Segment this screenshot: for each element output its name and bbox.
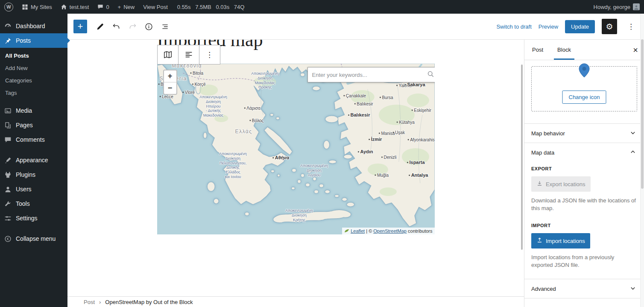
tools-icon (3, 199, 12, 208)
panel-map-data: Map data EXPORT Export locations Downloa… (524, 143, 644, 279)
collapse-icon (3, 234, 12, 243)
leaflet-map[interactable]: ΜακεδονίαBitolaShqipëriaKorçëBrindisiLec… (157, 64, 435, 234)
leaflet-logo-icon (344, 228, 349, 234)
appearance-icon (3, 156, 12, 164)
my-account-menu[interactable]: Howdy, george (589, 0, 644, 14)
plugins-icon (3, 170, 12, 179)
media-icon (3, 106, 12, 115)
comments-bubble-icon (97, 4, 103, 10)
map-tiles (157, 64, 435, 234)
chevron-down-icon (629, 284, 637, 294)
users-icon (3, 185, 12, 193)
wordpress-menu[interactable]: W (0, 0, 18, 14)
sidebar-item-plugins[interactable]: Plugins (0, 167, 67, 182)
leaflet-link[interactable]: Leaflet (351, 228, 365, 234)
sidebar-item-tools[interactable]: Tools (0, 196, 67, 211)
submenu-item-tags[interactable]: Tags (0, 87, 67, 99)
dashboard-icon (3, 22, 12, 30)
map-search-box (307, 67, 435, 82)
export-section-label: EXPORT (531, 166, 637, 171)
tab-post[interactable]: Post (524, 40, 551, 60)
download-icon (536, 180, 543, 188)
preview-link[interactable]: Preview (539, 23, 558, 30)
plus-icon: + (118, 4, 121, 10)
sidebar-item-appearance[interactable]: Appearance (0, 153, 67, 167)
query-monitor-stats[interactable]: 0.55s 7.5MB 0.03s 74Q (172, 0, 250, 14)
panel-map-behavior[interactable]: Map behavior (524, 124, 644, 143)
submenu-item-add-new[interactable]: Add New (0, 62, 67, 74)
canvas-scrollbar[interactable] (521, 64, 523, 250)
admin-bar: W My Sites test.test 0 + New View Post 0… (0, 0, 644, 14)
settings-tabs: Post Block × (524, 40, 644, 60)
upload-icon (536, 237, 543, 245)
chevron-down-icon (629, 129, 637, 138)
settings-icon (3, 214, 12, 222)
update-button[interactable]: Update (565, 20, 595, 33)
avatar (633, 3, 640, 10)
list-view-icon[interactable] (157, 19, 173, 34)
zoom-control: + − (163, 70, 177, 95)
openstreetmap-link[interactable]: OpenStreetMap (373, 228, 407, 234)
sidebar-item-posts[interactable]: Posts (0, 33, 67, 48)
redo-icon[interactable] (125, 19, 140, 34)
change-alignment-icon[interactable] (179, 45, 199, 64)
panel-advanced[interactable]: Advanced (524, 279, 644, 298)
posts-submenu: All PostsAdd NewCategoriesTags (0, 48, 67, 103)
tab-block[interactable]: Block (551, 40, 577, 60)
network-icon (22, 4, 28, 10)
wordpress-icon: W (4, 3, 13, 12)
marker-pin-icon (579, 63, 590, 79)
page-scrollbar-thumb[interactable] (641, 39, 644, 189)
edit-mode-pencil-icon[interactable] (92, 19, 108, 34)
close-icon[interactable]: × (633, 46, 638, 54)
sidebar-item-pages[interactable]: Pages (0, 118, 67, 132)
editor-canvas[interactable]: Imported map ⋮ (67, 40, 524, 296)
breadcrumb-post[interactable]: Post (84, 299, 95, 305)
import-help-text: Import locations from a previously expor… (531, 254, 637, 269)
breadcrumb-separator: › (99, 299, 101, 305)
import-locations-button[interactable]: Import locations (531, 233, 590, 249)
sidebar-item-settings[interactable]: Settings (0, 211, 67, 225)
view-post-link[interactable]: View Post (139, 0, 172, 14)
details-info-icon[interactable] (141, 19, 156, 34)
new-content-menu[interactable]: + New (114, 0, 139, 14)
search-icon[interactable] (427, 70, 434, 79)
marker-icon-panel: Change icon (524, 60, 644, 124)
sidebar-item-users[interactable]: Users (0, 182, 67, 196)
submenu-item-categories[interactable]: Categories (0, 74, 67, 87)
zoom-out-button[interactable]: − (164, 82, 176, 94)
editor-header: + Switch to draft Preview Update ⚙ ⋮ (67, 14, 644, 40)
block-options-kebab-icon[interactable]: ⋮ (199, 45, 220, 64)
pages-icon (3, 121, 12, 129)
undo-icon[interactable] (108, 19, 124, 34)
change-icon-button[interactable]: Change icon (562, 91, 606, 104)
block-type-map-icon[interactable] (158, 45, 179, 64)
my-sites-menu[interactable]: My Sites (18, 0, 56, 14)
options-kebab-icon[interactable]: ⋮ (624, 20, 638, 33)
map-block[interactable]: ⋮ (157, 64, 435, 234)
sidebar-item-media[interactable]: Media (0, 103, 67, 118)
export-locations-button[interactable]: Export locations (531, 176, 591, 192)
panel-map-data-header[interactable]: Map data (524, 143, 644, 162)
marker-icon-preview: Change icon (531, 66, 637, 111)
sidebar-item-dashboard[interactable]: Dashboard (0, 19, 67, 33)
home-icon (61, 4, 67, 10)
site-name-menu[interactable]: test.test (56, 0, 94, 14)
breadcrumb: Post › OpenStreetMap by Out of the Block (67, 296, 524, 307)
sidebar-item-collapse[interactable]: Collapse menu (0, 231, 67, 246)
comments-menu[interactable]: 0 (93, 0, 113, 14)
sidebar-item-comments[interactable]: Comments (0, 132, 67, 147)
admin-menu: DashboardPostsAll PostsAdd NewCategories… (0, 14, 67, 307)
breadcrumb-current-block[interactable]: OpenStreetMap by Out of the Block (105, 299, 193, 305)
import-section-label: IMPORT (531, 223, 637, 228)
block-inserter-button[interactable]: + (73, 20, 87, 33)
export-help-text: Download a JSON file with the locations … (531, 197, 637, 212)
submenu-item-all-posts[interactable]: All Posts (0, 50, 67, 62)
settings-gear-icon[interactable]: ⚙ (602, 19, 617, 34)
switch-to-draft-link[interactable]: Switch to draft (496, 23, 531, 30)
chevron-up-icon (629, 148, 637, 158)
zoom-in-button[interactable]: + (164, 70, 176, 82)
map-attribution: Leaflet | © OpenStreetMap contributors (342, 228, 434, 234)
page-scrollbar[interactable] (640, 14, 644, 307)
map-search-input[interactable] (311, 71, 424, 79)
